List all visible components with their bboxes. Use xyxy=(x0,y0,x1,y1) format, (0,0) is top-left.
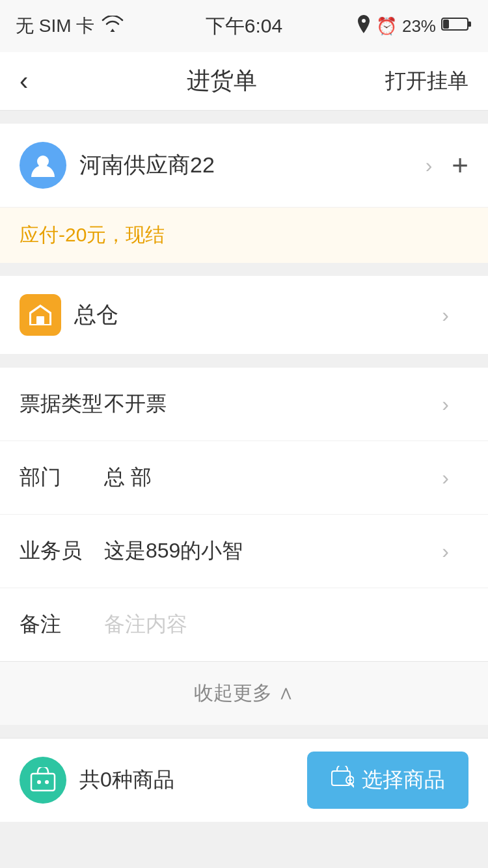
section-gap-2 xyxy=(0,263,488,276)
page: 无 SIM 卡 下午6:04 ⏰ 23% xyxy=(0,0,488,868)
svg-rect-5 xyxy=(31,774,55,791)
bottom-bar: 共0种商品 选择商品 xyxy=(0,738,488,822)
select-product-label: 选择商品 xyxy=(362,766,445,794)
location-icon xyxy=(357,15,371,38)
select-product-icon xyxy=(331,766,354,794)
product-count-icon xyxy=(20,757,66,804)
supplier-name: 河南供应商22 xyxy=(79,150,426,180)
carrier-text: 无 SIM 卡 xyxy=(16,14,94,38)
salesperson-row[interactable]: 业务员 这是859的小智 › xyxy=(0,514,488,588)
salesperson-chevron: › xyxy=(442,539,449,563)
open-pending-button[interactable]: 打开挂单 xyxy=(385,67,468,96)
invoice-type-value: 不开票 xyxy=(104,390,442,418)
warehouse-card: 总仓 › xyxy=(0,276,488,354)
status-left: 无 SIM 卡 xyxy=(16,14,124,38)
svg-point-7 xyxy=(45,780,49,784)
svg-rect-4 xyxy=(36,316,44,325)
salesperson-label: 业务员 xyxy=(20,537,104,565)
department-label: 部门 xyxy=(20,463,104,492)
battery-text: 23% xyxy=(402,16,436,36)
department-value: 总 部 xyxy=(104,463,442,492)
nav-bar: ‹ 进货单 打开挂单 xyxy=(0,52,488,111)
back-button[interactable]: ‹ xyxy=(20,66,59,96)
collapse-button[interactable]: 收起更多 ∧ xyxy=(0,661,488,725)
remark-row[interactable]: 备注 备注内容 xyxy=(0,588,488,661)
svg-rect-1 xyxy=(468,21,471,27)
notice-banner: 应付-20元，现结 xyxy=(0,208,488,263)
chevron-right-icon: › xyxy=(426,154,433,178)
supplier-row[interactable]: 河南供应商22 › + xyxy=(0,124,488,208)
department-row[interactable]: 部门 总 部 › xyxy=(0,441,488,514)
warehouse-chevron-icon: › xyxy=(442,303,449,327)
invoice-type-row[interactable]: 票据类型 不开票 › xyxy=(0,367,488,441)
svg-point-6 xyxy=(37,780,41,784)
product-count-text: 共0种商品 xyxy=(79,766,307,794)
svg-rect-2 xyxy=(443,20,449,29)
alarm-icon: ⏰ xyxy=(376,16,397,36)
status-right: ⏰ 23% xyxy=(357,15,472,38)
status-bar: 无 SIM 卡 下午6:04 ⏰ 23% xyxy=(0,0,488,52)
invoice-type-chevron: › xyxy=(442,392,449,416)
notice-text: 应付-20元，现结 xyxy=(20,224,165,245)
warehouse-name: 总仓 xyxy=(74,300,442,330)
form-card: 票据类型 不开票 › 部门 总 部 › 业务员 这是859的小智 › 备注 备注… xyxy=(0,367,488,725)
remark-placeholder[interactable]: 备注内容 xyxy=(104,610,468,639)
warehouse-row[interactable]: 总仓 › xyxy=(0,276,488,354)
add-supplier-button[interactable]: + xyxy=(452,151,468,180)
section-gap-4 xyxy=(0,725,488,738)
battery-icon xyxy=(441,16,472,37)
section-gap-1 xyxy=(0,111,488,124)
warehouse-icon xyxy=(20,294,61,336)
supplier-card: 河南供应商22 › + 应付-20元，现结 xyxy=(0,124,488,263)
salesperson-value: 这是859的小智 xyxy=(104,537,442,565)
supplier-avatar xyxy=(20,142,66,189)
remark-label: 备注 xyxy=(20,610,104,639)
select-product-button[interactable]: 选择商品 xyxy=(307,752,468,809)
department-chevron: › xyxy=(442,466,449,490)
status-time: 下午6:04 xyxy=(206,13,282,40)
section-gap-3 xyxy=(0,354,488,367)
wifi-icon xyxy=(101,16,124,37)
page-title: 进货单 xyxy=(187,65,257,97)
invoice-type-label: 票据类型 xyxy=(20,390,104,418)
